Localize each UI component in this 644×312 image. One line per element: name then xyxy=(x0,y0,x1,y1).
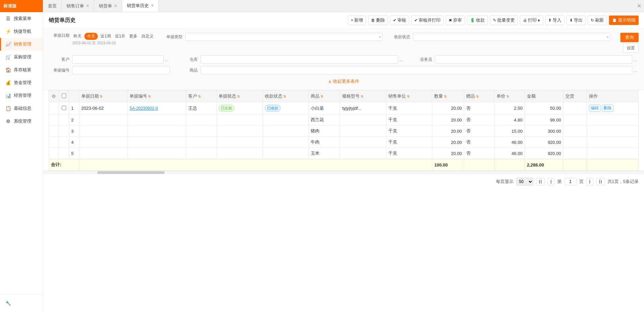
horizontal-scrollbar[interactable] xyxy=(43,171,644,174)
page-last-button[interactable]: ⟩⟩ xyxy=(596,178,605,185)
th-spec[interactable]: 规格型号 ⇅ xyxy=(340,90,386,102)
th-doc-date[interactable]: 单据日期 ⇅ xyxy=(79,90,128,102)
th-collect-status[interactable]: 收款状态 ⇅ xyxy=(262,90,309,102)
tab-sales-order[interactable]: 销售订单 ✕ xyxy=(62,0,94,12)
sidebar-item-basic-info[interactable]: 📋 基础信息 xyxy=(0,102,43,115)
goods-input[interactable] xyxy=(200,66,632,74)
collapse-button[interactable]: ∧ 收起更多条件 xyxy=(49,77,639,86)
table-settings-gear-icon[interactable]: ⚙ xyxy=(52,94,56,99)
tab-sales-history-close[interactable]: ✕ xyxy=(151,3,154,8)
th-customer[interactable]: 客户 ⇅ xyxy=(186,90,217,102)
row-customer: 王总 xyxy=(186,102,217,114)
warehouse-dots[interactable]: ... xyxy=(398,57,404,62)
import-button[interactable]: ⬆ 导入 xyxy=(545,16,564,25)
tab-home[interactable]: 首页 xyxy=(43,0,62,12)
row-checkbox-cell[interactable] xyxy=(59,102,69,114)
audit-button[interactable]: ✔ 审核 xyxy=(390,16,409,25)
delete-button[interactable]: 🗑 删除 xyxy=(368,16,388,25)
collect-status-input[interactable] xyxy=(413,33,610,41)
page-current-input[interactable] xyxy=(564,178,577,185)
salesperson-input[interactable] xyxy=(435,55,633,63)
sidebar-item-ops-mgmt[interactable]: 📊 经营管理 xyxy=(0,89,43,102)
sidebar-item-sys-mgmt[interactable]: ⚙ 系统管理 xyxy=(0,115,43,128)
scrollbar-thumb[interactable] xyxy=(97,171,165,174)
sidebar-bottom-item1[interactable]: 🔧 xyxy=(0,297,43,309)
abandon-label: 弃审 xyxy=(453,17,462,23)
sidebar-item-label-ops: 经营管理 xyxy=(14,93,31,99)
date-yesterday[interactable]: 昨天 xyxy=(72,33,83,40)
row-action-btn-1[interactable]: 删除 xyxy=(602,105,613,112)
row-doc-num: SA-20230602-0 xyxy=(127,102,186,114)
sidebar-item-purchase-mgmt[interactable]: 🛒 采购管理 xyxy=(0,51,43,63)
row-action-btn-0[interactable]: 编辑 xyxy=(589,105,600,112)
th-unit-price[interactable]: 单价 ⇅ xyxy=(495,90,525,102)
date-last7[interactable]: 近1周 xyxy=(99,33,112,40)
customer-input[interactable] xyxy=(72,55,164,63)
refresh-button[interactable]: ↻ 刷新 xyxy=(588,16,607,25)
sidebar-item-finance-mgmt[interactable]: 💰 资金管理 xyxy=(0,76,43,89)
print-button[interactable]: 🖨 打印 ▾ xyxy=(520,16,543,25)
new-button[interactable]: + 新增 xyxy=(348,16,366,25)
th-goods[interactable]: 商品 ⇅ xyxy=(309,90,340,102)
sidebar-item-sales-mgmt[interactable]: 📈 销售管理 xyxy=(0,38,43,51)
export-button[interactable]: ⬇ 导出 xyxy=(566,16,586,25)
row-gift: 否 xyxy=(464,114,495,126)
page-area: 销货单历史 + 新增 🗑 删除 ✔ 审核 ✔ 审核并打印 xyxy=(43,12,644,312)
th-settings[interactable]: ⚙ xyxy=(49,90,59,102)
row-quantity: 20.00 xyxy=(432,137,464,148)
query-button[interactable]: 查询 xyxy=(620,33,639,42)
audit-print-label: 审核并打印 xyxy=(419,17,441,23)
page-next-button[interactable]: ⟩ xyxy=(586,178,593,185)
tab-sales-order-close[interactable]: ✕ xyxy=(86,4,89,8)
audit-print-button[interactable]: ✔ 审核并打印 xyxy=(411,16,444,25)
date-last1month[interactable]: 近1月 xyxy=(114,33,127,40)
th-sales-unit[interactable]: 销售单位 ⇅ xyxy=(386,90,432,102)
date-custom[interactable]: 自定义 xyxy=(140,33,155,40)
setting-button[interactable]: 设置 xyxy=(623,44,639,53)
batch-change-button[interactable]: ✎ 批量变更 xyxy=(490,16,518,25)
th-checkbox[interactable] xyxy=(59,90,69,102)
page-size-select[interactable]: 50 20 100 xyxy=(516,178,533,186)
collect-button[interactable]: 💲 收款 xyxy=(467,16,488,25)
sort-collect-status-icon: ⇅ xyxy=(283,95,286,98)
page-first-button[interactable]: ⟨⟨ xyxy=(536,178,545,185)
tab-bar-close-all[interactable]: ✕ xyxy=(637,3,644,9)
page-prev-button[interactable]: ⟨ xyxy=(548,178,555,185)
date-today[interactable]: 今天 xyxy=(84,33,98,40)
salesperson-dots[interactable]: ... xyxy=(632,57,639,62)
page-size-label: 每页显示 xyxy=(496,179,513,185)
date-more[interactable]: 更多 xyxy=(128,33,139,40)
row-doc-date: 2023-06-02 xyxy=(79,102,128,114)
tab-sales-goods[interactable]: 销货单 ✕ xyxy=(94,0,122,12)
sort-doc-status-icon: ⇅ xyxy=(237,95,240,98)
customer-dots[interactable]: ... xyxy=(164,57,170,62)
tab-sales-goods-close[interactable]: ✕ xyxy=(114,4,117,8)
abandon-button[interactable]: ✖ 弃审 xyxy=(446,16,465,25)
row-doc-date xyxy=(79,126,128,137)
sidebar-item-inventory-calc[interactable]: 🏠 库存核算 xyxy=(0,63,43,76)
doc-num-link[interactable]: SA-20230602-0 xyxy=(130,106,158,111)
page-title: 销货单历史 xyxy=(49,17,76,24)
row-checkbox[interactable] xyxy=(62,106,66,110)
row-quantity: 20.00 xyxy=(432,114,464,126)
warehouse-input[interactable] xyxy=(200,55,398,63)
abandon-icon: ✖ xyxy=(449,18,452,23)
sidebar-item-label-inventory: 库存核算 xyxy=(14,67,31,73)
tab-sales-history[interactable]: 销货单历史 ✕ xyxy=(122,0,159,12)
row-actions xyxy=(587,137,639,148)
th-doc-status[interactable]: 单据状态 ⇅ xyxy=(217,90,263,102)
inventory-calc-icon: 🏠 xyxy=(5,67,11,73)
th-quantity[interactable]: 数量 ⇅ xyxy=(432,90,464,102)
select-all-checkbox[interactable] xyxy=(62,94,66,98)
sidebar-item-label-search: 搜索菜单 xyxy=(14,16,31,22)
show-detail-button[interactable]: 📋 显示明细 xyxy=(609,16,639,25)
doc-num-input[interactable] xyxy=(72,66,170,74)
row-gift: 否 xyxy=(464,126,495,137)
sidebar-item-quick-nav[interactable]: ⚡ 快捷导航 xyxy=(0,25,43,38)
th-gift[interactable]: 赠品 ⇅ xyxy=(464,90,495,102)
row-amount: 920.00 xyxy=(525,137,563,148)
goods-dots[interactable]: ... xyxy=(632,68,639,73)
sidebar-item-search-menu[interactable]: ☰ 搜索菜单 xyxy=(0,12,43,25)
th-doc-num[interactable]: 单据编号 ⇅ xyxy=(127,90,186,102)
doc-type-input[interactable] xyxy=(185,33,383,41)
